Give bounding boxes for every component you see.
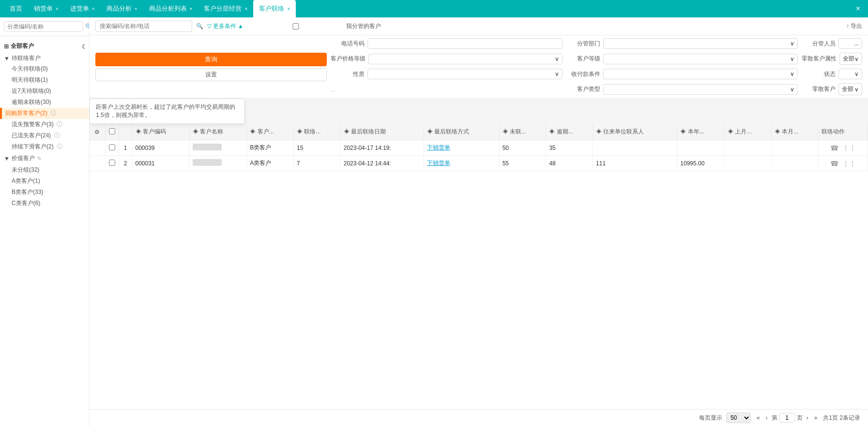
sidebar-search-icon[interactable]: 🔍: [85, 23, 90, 30]
value-customer-group[interactable]: ▼ 价值客户 ✎: [0, 152, 89, 164]
col-this-year[interactable]: ◈ 本年...: [677, 124, 725, 140]
nav-customer-contact-close[interactable]: ×: [287, 6, 290, 12]
filter-person: 分管人员 ...: [802, 38, 862, 49]
filter-bar: 🔍 ▽ 更多条件 ▲ 我分管的客户 ↑ 导出: [90, 17, 868, 35]
col-no-contact[interactable]: ◈ 未联...: [499, 124, 546, 140]
row2-more-icon[interactable]: ⋮⋮: [842, 160, 856, 167]
ellipsis-icon: ...: [854, 40, 859, 47]
payment-select[interactable]: ∨: [603, 69, 798, 79]
retail-customer-select[interactable]: 全部 ∨: [838, 83, 862, 95]
row1-settings: [90, 140, 105, 156]
phone-input[interactable]: [367, 38, 562, 49]
more-conditions-btn[interactable]: ▽ 更多条件 ▲: [207, 22, 244, 30]
sidebar-search-input[interactable]: [4, 21, 83, 32]
nav-home[interactable]: 首页: [4, 0, 28, 17]
payment-label: 收付款条件: [566, 70, 600, 78]
dept-select[interactable]: ∨: [603, 38, 798, 49]
settings-button[interactable]: 设置: [95, 68, 327, 81]
sidebar-item-repurchase-abnormal[interactable]: 回购异常客户(2) ⓘ: [0, 108, 89, 119]
select-all-checkbox[interactable]: [109, 128, 115, 134]
row1-call-icon[interactable]: ☎: [830, 144, 838, 152]
first-page-btn[interactable]: «: [755, 413, 762, 422]
retail-attr-select[interactable]: 全部 ∨: [839, 53, 862, 65]
status-select[interactable]: ∨: [838, 69, 862, 79]
col-overdue[interactable]: ◈ 逾期...: [546, 124, 593, 140]
value-edit-icon[interactable]: ✎: [37, 155, 42, 162]
col-last-method[interactable]: ◈ 最后联络方式: [424, 124, 500, 140]
sidebar-item-declining[interactable]: 持续下滑客户(2) ⓘ: [0, 141, 89, 152]
col-name[interactable]: ◈ 客户名称: [189, 124, 246, 140]
col-settings[interactable]: ⚙: [90, 124, 105, 140]
value-arrow: ▼: [4, 155, 10, 162]
filter-retail-customer: 零散客户 全部 ∨: [802, 83, 862, 95]
row1-no-contact: 50: [499, 140, 546, 156]
col-this-month[interactable]: ◈ 本月...: [771, 124, 818, 140]
filter-icon: ▽: [207, 23, 212, 29]
query-button[interactable]: 查询: [95, 53, 327, 66]
row2-last-method-link[interactable]: 下销货单: [427, 160, 450, 166]
col-type[interactable]: ◈ 客户...: [247, 124, 294, 140]
nav-customer-contact[interactable]: 客户联络 ×: [253, 0, 296, 17]
col-last-month[interactable]: ◈ 上月...: [725, 124, 772, 140]
col-code[interactable]: ◈ 客户编码: [132, 124, 189, 140]
row1-more-icon[interactable]: ⋮⋮: [842, 144, 856, 152]
per-page-select[interactable]: 50 100 200: [726, 412, 751, 423]
nav-sales[interactable]: 销货单 ×: [28, 0, 64, 17]
my-customer-checkbox-area[interactable]: 我分管的客户: [247, 22, 381, 30]
nav-purchase-close[interactable]: ×: [92, 6, 95, 12]
sidebar-item-ungrouped[interactable]: 未分组(32): [0, 164, 89, 176]
last-page-btn[interactable]: »: [812, 413, 820, 422]
row2-last-method: 下销货单: [424, 156, 500, 171]
nav-analysis-list-close[interactable]: ×: [190, 6, 193, 12]
page-number-input[interactable]: [779, 413, 795, 423]
search-input[interactable]: [95, 20, 192, 32]
nature-select[interactable]: ∨: [367, 69, 562, 79]
my-customer-checkbox[interactable]: [247, 23, 344, 29]
sidebar-item-class-a[interactable]: A类客户(1): [0, 176, 89, 187]
nav-purchase[interactable]: 进货单 ×: [64, 0, 101, 17]
person-select[interactable]: ...: [838, 38, 862, 49]
nav-analysis-list[interactable]: 商品分析列表 ×: [143, 0, 198, 17]
sidebar-item-class-b[interactable]: B类客户(33): [0, 187, 89, 198]
sidebar-item-churned[interactable]: 已流失客户(24) ⓘ: [0, 130, 89, 141]
row2-call-icon[interactable]: ☎: [830, 160, 838, 167]
customer-grade-select[interactable]: ∨: [603, 54, 798, 64]
row1-actions: ☎ ⋮⋮: [818, 140, 868, 156]
col-index: [119, 124, 132, 140]
collapse-icon[interactable]: ❮: [81, 44, 85, 49]
row2-code: 000031: [132, 156, 189, 171]
row1-select[interactable]: [109, 144, 115, 150]
group-pending-contact[interactable]: ▼ 待联络客户: [0, 52, 89, 63]
price-grade-select[interactable]: ∨: [368, 54, 562, 64]
window-close-button[interactable]: ×: [852, 4, 864, 13]
row2-select[interactable]: [109, 160, 115, 166]
row1-last-method-link[interactable]: 下销货单: [427, 144, 450, 151]
prev-page-btn[interactable]: ‹: [764, 413, 770, 422]
tree-all-customers[interactable]: ⊞ 全部客户 ❮: [0, 40, 89, 52]
export-button[interactable]: ↑ 导出: [846, 22, 862, 30]
row1-last-method: 下销货单: [424, 140, 500, 156]
nav-analysis[interactable]: 商品分析 ×: [101, 0, 143, 17]
row1-index: 1: [119, 140, 132, 156]
sidebar-item-overdue[interactable]: 逾期未联络(30): [0, 97, 89, 108]
table-row: 1 000039 B类客户 15: [90, 140, 868, 156]
nav-sales-close[interactable]: ×: [56, 6, 59, 12]
nav-customer-layer-close[interactable]: ×: [244, 6, 247, 12]
advanced-filters: 电话号码 分管部门 ∨ 分管人员 ...: [90, 35, 868, 99]
sidebar-item-churn-warning[interactable]: 流失预警客户(3) ⓘ: [0, 119, 89, 130]
nav-analysis-close[interactable]: ×: [135, 6, 137, 12]
page-suffix: 页: [797, 414, 803, 422]
sidebar-item-class-c[interactable]: C类客户(6): [0, 198, 89, 209]
sidebar-item-today[interactable]: 今天待联络(0): [0, 63, 89, 74]
col-contact-person[interactable]: ◈ 往来单位联系人: [593, 124, 677, 140]
more-conditions-dots[interactable]: ...: [331, 87, 335, 92]
filter-search-icon[interactable]: 🔍: [196, 23, 203, 29]
row2-last-date: 2023-04-12 14:44:: [340, 156, 424, 171]
sidebar-item-7days[interactable]: 近7天待联络(0): [0, 86, 89, 97]
col-last-date[interactable]: ◈ 最后联络日期: [340, 124, 424, 140]
next-page-btn[interactable]: ›: [805, 413, 810, 422]
customer-type-select[interactable]: ∨: [603, 84, 798, 95]
col-contact-count[interactable]: ◈ 联络...: [294, 124, 341, 140]
sidebar-item-tomorrow[interactable]: 明天待联络(1): [0, 74, 89, 86]
nav-customer-layer[interactable]: 客户分层经营 ×: [198, 0, 253, 17]
